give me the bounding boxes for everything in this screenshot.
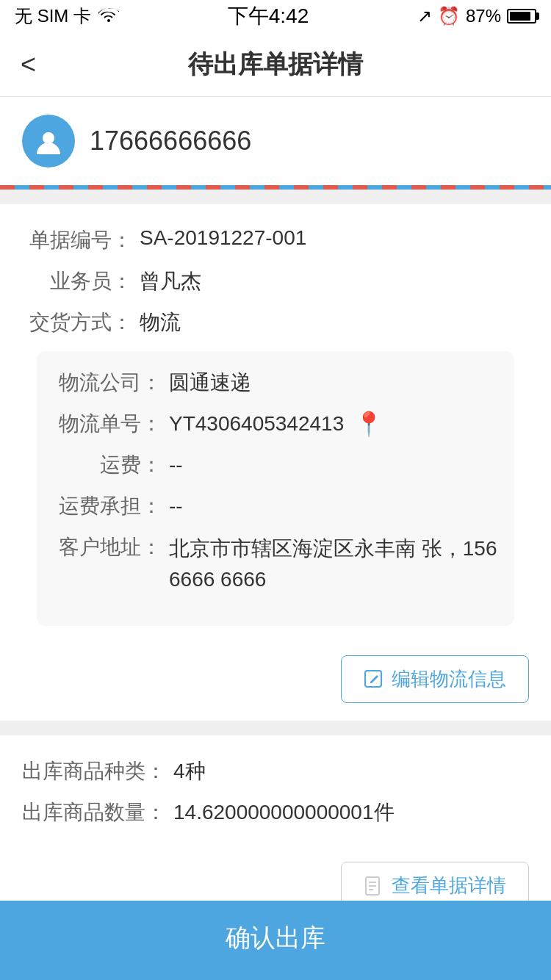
back-button[interactable]: < xyxy=(21,49,36,80)
tracking-no-value: YT4306405342413 📍 xyxy=(169,410,500,438)
delivery-method-label: 交货方式： xyxy=(22,309,132,336)
goods-types-value: 4种 xyxy=(173,757,529,785)
order-no-label: 单据编号： xyxy=(22,226,132,254)
status-right: ↗ ⏰ 87% xyxy=(417,6,536,26)
logistics-company-row: 物流公司： 圆通速递 xyxy=(51,369,500,397)
alarm-icon: ⏰ xyxy=(438,6,460,26)
freight-label: 运费： xyxy=(51,451,162,479)
address-row: 客户地址： 北京市市辖区海淀区永丰南 张，156 6666 6666 xyxy=(51,533,500,595)
address-value: 北京市市辖区海淀区永丰南 张，156 6666 6666 xyxy=(169,533,500,595)
edit-logistics-section: 编辑物流信息 xyxy=(0,641,551,721)
edit-btn-label: 编辑物流信息 xyxy=(392,666,506,692)
status-time: 下午4:42 xyxy=(228,2,309,30)
goods-quantity-label: 出库商品数量： xyxy=(22,799,166,826)
freight-bearer-value: -- xyxy=(169,494,500,518)
goods-quantity-row: 出库商品数量： 14.620000000000001件 xyxy=(22,799,529,826)
order-no-value: SA-20191227-001 xyxy=(140,226,529,250)
battery-icon xyxy=(507,9,536,24)
dashed-divider xyxy=(0,185,551,190)
page-title: 待出库单据详情 xyxy=(188,48,363,82)
address-label: 客户地址： xyxy=(51,533,162,561)
logistics-company-label: 物流公司： xyxy=(51,369,162,397)
nav-bar: < 待出库单据详情 xyxy=(0,32,551,97)
edit-logistics-button[interactable]: 编辑物流信息 xyxy=(341,655,529,703)
delivery-method-row: 交货方式： 物流 xyxy=(22,309,529,336)
sales-rep-value: 曾凡杰 xyxy=(140,267,529,295)
sales-rep-label: 业务员： xyxy=(22,267,132,295)
document-icon xyxy=(364,876,384,896)
goods-types-row: 出库商品种类： 4种 xyxy=(22,757,529,785)
goods-section: 出库商品种类： 4种 出库商品数量： 14.620000000000001件 xyxy=(0,735,551,854)
status-left: 无 SIM 卡 xyxy=(15,4,119,28)
freight-row: 运费： -- xyxy=(51,451,500,479)
goods-types-label: 出库商品种类： xyxy=(22,757,166,785)
confirm-btn-label: 确认出库 xyxy=(226,923,325,951)
status-bar: 无 SIM 卡 下午4:42 ↗ ⏰ 87% xyxy=(0,0,551,32)
battery-percent: 87% xyxy=(466,6,501,26)
delivery-method-value: 物流 xyxy=(140,309,529,336)
section-divider xyxy=(0,721,551,735)
sales-rep-row: 业务员： 曾凡杰 xyxy=(22,267,529,295)
order-info-section: 单据编号： SA-20191227-001 业务员： 曾凡杰 交货方式： 物流 … xyxy=(0,204,551,641)
freight-bearer-label: 运费承担： xyxy=(51,492,162,520)
location-status-icon: ↗ xyxy=(417,6,432,26)
edit-icon xyxy=(364,669,384,690)
sim-label: 无 SIM 卡 xyxy=(15,4,91,28)
map-pin-icon[interactable]: 📍 xyxy=(354,410,383,438)
customer-phone: 17666666666 xyxy=(90,126,251,156)
wifi-icon xyxy=(98,6,119,26)
confirm-outbound-button[interactable]: 确认出库 xyxy=(0,901,551,980)
svg-point-0 xyxy=(43,132,54,144)
goods-quantity-value: 14.620000000000001件 xyxy=(173,799,529,826)
freight-bearer-row: 运费承担： -- xyxy=(51,492,500,520)
view-detail-btn-label: 查看单据详情 xyxy=(392,873,506,898)
tracking-no-row: 物流单号： YT4306405342413 📍 xyxy=(51,410,500,438)
customer-section: 17666666666 xyxy=(0,97,551,185)
freight-value: -- xyxy=(169,453,500,477)
order-no-row: 单据编号： SA-20191227-001 xyxy=(22,226,529,254)
logistics-card: 物流公司： 圆通速递 物流单号： YT4306405342413 📍 运费： -… xyxy=(37,351,514,626)
tracking-no-label: 物流单号： xyxy=(51,410,162,438)
avatar xyxy=(22,115,75,167)
logistics-company-value: 圆通速递 xyxy=(169,369,500,397)
